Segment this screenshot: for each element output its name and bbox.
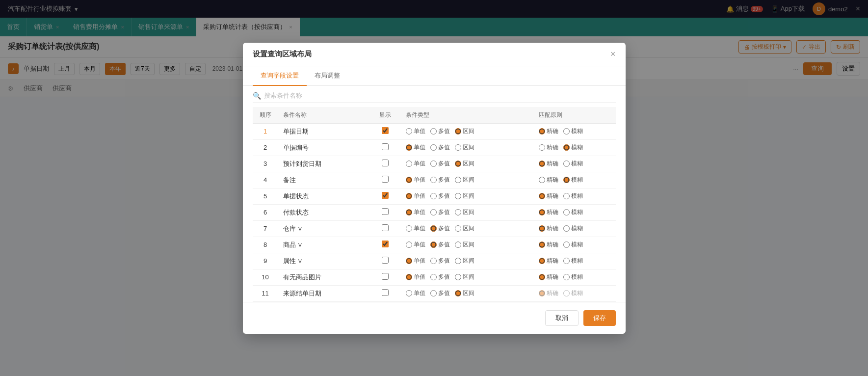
dialog-close-button[interactable]: ×	[610, 50, 616, 58]
dialog-overlay: 设置查询区域布局 × 查询字段设置 布局调整 🔍 顺序 条件名称	[0, 0, 868, 97]
tab-query-settings[interactable]: 查询字段设置	[253, 66, 307, 86]
tab-layout-adjust[interactable]: 布局调整	[307, 66, 348, 86]
search-input[interactable]	[264, 92, 616, 97]
tab-query-label: 查询字段设置	[261, 72, 299, 79]
dialog-header: 设置查询区域布局 ×	[243, 43, 626, 66]
search-icon: 🔍	[253, 92, 261, 98]
search-box: 🔍	[253, 92, 616, 98]
tab-layout-label: 布局调整	[315, 72, 340, 79]
settings-dialog: 设置查询区域布局 × 查询字段设置 布局调整 🔍 顺序 条件名称	[243, 43, 626, 98]
dialog-tabs: 查询字段设置 布局调整	[243, 66, 626, 86]
dialog-title: 设置查询区域布局	[253, 50, 312, 59]
